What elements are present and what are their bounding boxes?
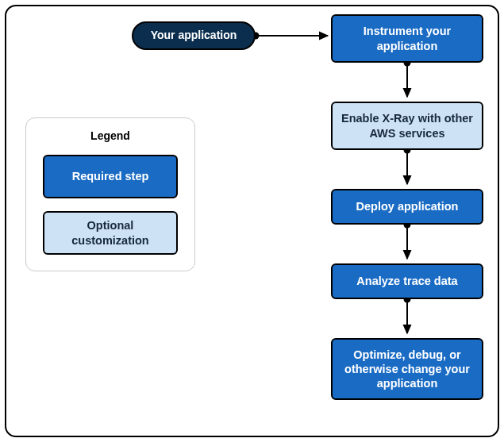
step-optimize: Optimize, debug, or otherwise change you…: [331, 338, 483, 400]
step-deploy: Deploy application: [331, 189, 483, 225]
step-instrument: Instrument your application: [331, 14, 483, 63]
legend-required-swatch: Required step: [43, 155, 178, 198]
step-analyze: Analyze trace data: [331, 263, 483, 299]
legend: Legend Required step Optional customizat…: [25, 117, 195, 271]
start-node: Your application: [132, 21, 256, 50]
legend-title: Legend: [90, 129, 130, 142]
step-enable-xray: Enable X-Ray with other AWS services: [331, 102, 483, 150]
legend-optional-swatch: Optional customization: [43, 211, 178, 255]
